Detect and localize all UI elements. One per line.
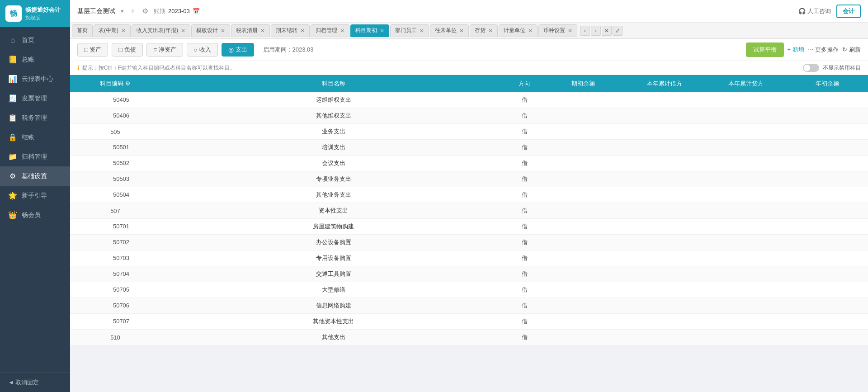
cell-name-0: 运维维权支出 [160, 92, 506, 108]
tab-close-9[interactable]: ✕ [459, 28, 464, 34]
subtab-income[interactable]: ○收入 [187, 43, 217, 57]
tab-7[interactable]: 科目期初✕ [350, 24, 389, 37]
cell-dir-6: 借 [506, 187, 542, 203]
sidebar-item-home[interactable]: ⌂首页 [0, 31, 70, 50]
app-logo: 畅 [5, 5, 22, 22]
subtab-expense[interactable]: ◎支出 [222, 43, 254, 57]
sidebar-item-invoice[interactable]: 🧾发票管理 [0, 89, 70, 108]
sidebar-item-close[interactable]: 🔒结账 [0, 128, 70, 147]
tab-close-all-button[interactable]: ✕ [602, 26, 612, 36]
tab-4[interactable]: 税表清册✕ [231, 24, 270, 37]
disabled-toggle[interactable] [803, 64, 819, 72]
tab-close-8[interactable]: ✕ [420, 28, 424, 34]
sidebar-item-member[interactable]: 👑畅会员 [0, 205, 70, 225]
sidebar-footer-collapse[interactable]: ◄ 取消固定 [0, 373, 70, 392]
sidebar-item-guide[interactable]: 🌟新手引导 [0, 186, 70, 205]
subtab-asset[interactable]: □资产 [77, 43, 108, 57]
workspace-settings-icon[interactable]: ⚙ [142, 7, 148, 15]
tab-2[interactable]: 收入支出表(年报)✕ [132, 24, 190, 37]
table-row[interactable]: 50502 会议支出 借 [70, 156, 868, 171]
add-workspace-button[interactable]: ＋ [129, 6, 137, 16]
table-row[interactable]: 510 其他支出 借 [70, 330, 868, 345]
tab-3[interactable]: 模版设计✕ [191, 24, 230, 37]
column-settings-icon[interactable]: ⚙ [125, 80, 131, 87]
table-row[interactable]: 50405 运维维权支出 借 [70, 92, 868, 108]
cell-code-11: 50704 [70, 266, 160, 282]
table-row[interactable]: 50406 其他维权支出 借 [70, 108, 868, 124]
topbar: 基层工会测试 ▾ ＋ ⚙ 账期 2023-03 📅 🎧 人工咨询 会计 [70, 0, 868, 23]
subtab-equity[interactable]: ≡净资产 [146, 43, 183, 57]
calc-balance-button[interactable]: 试算平衡 [746, 43, 784, 57]
tab-11[interactable]: 计量单位✕ [499, 24, 538, 37]
tab-9[interactable]: 往来单位✕ [430, 24, 469, 37]
tab-close-6[interactable]: ✕ [340, 28, 344, 34]
cell-balance-15 [542, 330, 624, 345]
tab-close-2[interactable]: ✕ [181, 28, 185, 34]
tab-1[interactable]: 表(中期)✕ [94, 24, 131, 37]
workspace-dropdown-icon[interactable]: ▾ [121, 8, 124, 14]
sidebar-item-tax[interactable]: 📋税务管理 [0, 108, 70, 128]
service-button[interactable]: 🎧 人工咨询 [798, 7, 831, 15]
cell-credit-15 [705, 330, 787, 345]
hint-icon: ℹ [77, 64, 80, 71]
cell-debit-13 [624, 298, 705, 314]
tab-12[interactable]: 币种设置✕ [538, 24, 577, 37]
tab-close-3[interactable]: ✕ [221, 28, 225, 34]
hint-message: 提示：按Ctrl＋F键并输入科目编码或者科目名称可以查找科目。 [82, 64, 235, 72]
sidebar-item-archive[interactable]: 📁归档管理 [0, 147, 70, 166]
add-subject-button[interactable]: + 新增 [788, 46, 804, 54]
table-row[interactable]: 50501 培训支出 借 [70, 140, 868, 156]
table-row[interactable]: 50702 办公设备购置 借 [70, 235, 868, 250]
tab-close-1[interactable]: ✕ [121, 28, 126, 34]
table-row[interactable]: 50704 交通工具购置 借 [70, 266, 868, 282]
subtab-liability[interactable]: □负债 [112, 43, 142, 57]
more-actions-button[interactable]: ⋯ 更多操作 [808, 46, 839, 54]
table-row[interactable]: 50706 信息网络购建 借 [70, 298, 868, 314]
table-row[interactable]: 50504 其他业务支出 借 [70, 187, 868, 203]
table-wrapper[interactable]: 科目编码 ⚙科目名称方向期初余额本年累计借方本年累计贷方年初余额 50405 运… [70, 75, 868, 392]
cell-credit-10 [705, 250, 787, 266]
subtab-label-income: 收入 [199, 46, 211, 54]
tab-prev-button[interactable]: ‹ [580, 26, 590, 36]
table-row[interactable]: 50703 专用设备购置 借 [70, 250, 868, 266]
cell-name-5: 专项业务支出 [160, 171, 506, 187]
cell-balance-2 [542, 124, 624, 140]
tab-5[interactable]: 期末结转✕ [271, 24, 310, 37]
cell-credit-13 [705, 298, 787, 314]
tab-8[interactable]: 部门员工✕ [390, 24, 429, 37]
sidebar-item-reports[interactable]: 📊云报表中心 [0, 69, 70, 89]
tab-close-7[interactable]: ✕ [380, 28, 384, 34]
tab-expand-button[interactable]: ⤢ [613, 26, 623, 36]
table-row[interactable]: 50707 其他资本性支出 借 [70, 314, 868, 330]
cell-debit-3 [624, 140, 705, 156]
tab-label-6: 归档管理 [316, 27, 337, 34]
tab-close-5[interactable]: ✕ [300, 28, 305, 34]
tab-close-12[interactable]: ✕ [568, 28, 572, 34]
cell-name-7: 资本性支出 [160, 203, 506, 219]
cell-code-2: 505 [70, 124, 160, 140]
cell-code-10: 50703 [70, 250, 160, 266]
table-row[interactable]: 50705 大型修缮 借 [70, 282, 868, 298]
th-5: 本年累计贷方 [705, 75, 787, 92]
calendar-icon[interactable]: 📅 [193, 8, 200, 14]
table-row[interactable]: 505 业务支出 借 [70, 124, 868, 140]
tab-close-10[interactable]: ✕ [488, 28, 493, 34]
sidebar-item-ledger[interactable]: 📒总账 [0, 50, 70, 69]
table-row[interactable]: 50701 房屋建筑物购建 借 [70, 219, 868, 235]
cell-debit-0 [624, 92, 705, 108]
user-role-button[interactable]: 会计 [836, 5, 861, 18]
tab-close-4[interactable]: ✕ [260, 28, 265, 34]
tab-close-11[interactable]: ✕ [528, 28, 533, 34]
tab-next-button[interactable]: › [591, 26, 601, 36]
table-row[interactable]: 50503 专项业务支出 借 [70, 171, 868, 187]
tab-10[interactable]: 存货✕ [470, 24, 498, 37]
tab-0[interactable]: 首页 [72, 24, 93, 37]
table-row[interactable]: 507 资本性支出 借 [70, 203, 868, 219]
subtab-bar: □资产□负债≡净资产○收入◎支出 启用期间：2023.03 试算平衡 + 新增 … [70, 39, 868, 61]
sidebar-item-settings[interactable]: ⚙基础设置 [0, 166, 70, 186]
tab-label-2: 收入支出表(年报) [137, 27, 178, 34]
th-6: 年初余额 [787, 75, 868, 92]
cell-balance-0 [542, 92, 624, 108]
tab-6[interactable]: 归档管理✕ [311, 24, 349, 37]
refresh-button[interactable]: ↻ 刷新 [842, 46, 861, 54]
